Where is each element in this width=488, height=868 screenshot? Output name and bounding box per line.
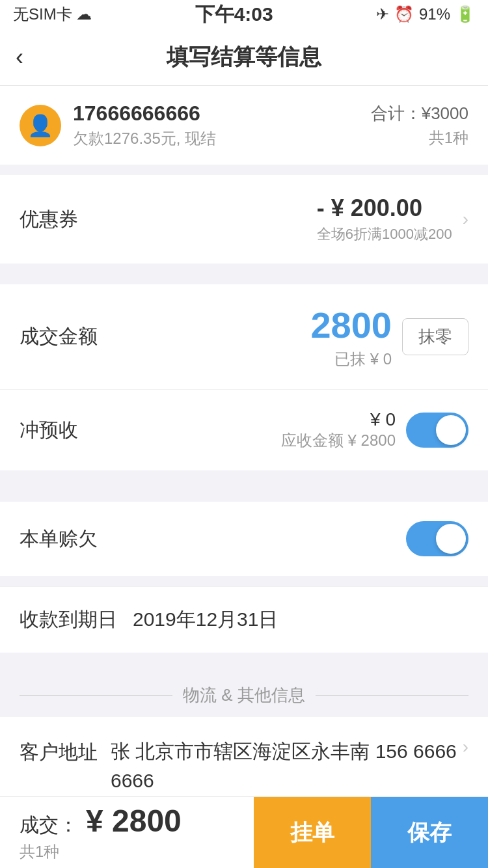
no-sim-label: 无SIM卡 ☁ <box>13 4 92 25</box>
amount-right: 2800 已抹 ¥ 0 抹零 <box>310 304 468 370</box>
customer-info: 17666666666 欠款1276.35元, 现结 <box>73 102 216 149</box>
bottom-summary: 成交： ¥ 2800 共1种 <box>0 803 254 862</box>
debt-toggle[interactable] <box>406 521 468 556</box>
prepay-toggle[interactable] <box>406 413 468 448</box>
bottom-amount-row: 成交： ¥ 2800 <box>20 803 234 839</box>
bottom-summary-label: 成交： <box>20 812 78 839</box>
location-icon: ✈ <box>376 5 389 23</box>
status-right: ✈ ⏰ 91% 🔋 <box>376 5 475 23</box>
prepay-value: ¥ 0 <box>281 409 396 430</box>
section-divider-1 <box>0 274 488 284</box>
debt-label: 本单赊欠 <box>20 526 98 552</box>
prepay-toggle-knob <box>436 415 466 445</box>
nav-bar: ‹ 填写结算等信息 <box>0 29 488 86</box>
prepay-sub: 应收金额 ¥ 2800 <box>281 430 396 451</box>
amount-sub: 已抹 ¥ 0 <box>310 349 392 370</box>
amount-label: 成交金额 <box>20 323 98 350</box>
prepay-row: 冲预收 ¥ 0 应收金额 ¥ 2800 <box>0 389 488 470</box>
status-bar: 无SIM卡 ☁ 下午4:03 ✈ ⏰ 91% 🔋 <box>0 0 488 29</box>
back-button[interactable]: ‹ <box>16 44 23 71</box>
battery-label: 91% <box>419 5 450 23</box>
customer-phone: 17666666666 <box>73 102 216 126</box>
duedate-label: 收款到期日 <box>20 606 117 633</box>
page-title: 填写结算等信息 <box>167 42 321 72</box>
amount-row-container: 成交金额 2800 已抹 ¥ 0 抹零 <box>0 284 488 389</box>
status-time: 下午4:03 <box>195 1 273 28</box>
coupon-label: 优惠券 <box>20 206 78 233</box>
status-left: 无SIM卡 ☁ <box>13 4 92 25</box>
duedate-value: 2019年12月31日 <box>133 606 278 633</box>
address-chevron: › <box>463 737 468 757</box>
coupon-row[interactable]: 优惠券 - ¥ 200.00 全场6折满1000减200 › <box>0 175 488 264</box>
customer-right: 合计：¥3000 共1种 <box>371 102 468 148</box>
main-content: 👤 17666666666 欠款1276.35元, 现结 合计：¥3000 共1… <box>0 86 488 868</box>
address-label: 客户地址 <box>20 737 98 766</box>
debt-toggle-knob <box>436 524 466 554</box>
round-button[interactable]: 抹零 <box>402 318 468 355</box>
customer-sub: 欠款1276.35元, 现结 <box>73 128 216 149</box>
duedate-section: 收款到期日 2019年12月31日 <box>0 586 488 653</box>
bottom-bar: 成交： ¥ 2800 共1种 挂单 保存 <box>0 796 488 868</box>
bottom-amount: ¥ 2800 <box>86 803 182 839</box>
avatar: 👤 <box>20 105 61 146</box>
prepay-right: ¥ 0 应收金额 ¥ 2800 <box>281 409 468 451</box>
coupon-amount: - ¥ 200.00 <box>317 195 452 222</box>
battery-icon: 🔋 <box>455 5 475 23</box>
total-count: 共1种 <box>371 128 468 148</box>
amount-section: 成交金额 2800 已抹 ¥ 0 抹零 冲预收 ¥ 0 应收金额 ¥ 2800 <box>0 284 488 470</box>
debt-row: 本单赊欠 <box>0 502 488 576</box>
coupon-chevron: › <box>463 209 468 230</box>
section-divider-3 <box>0 663 488 673</box>
section-divider-2 <box>0 481 488 491</box>
save-button[interactable]: 保存 <box>371 797 488 869</box>
amount-number: 2800 <box>310 304 392 346</box>
customer-left: 👤 17666666666 欠款1276.35元, 现结 <box>20 102 216 149</box>
address-text: 张 北京市市辖区海淀区永丰南 156 6666 6666 <box>111 737 463 795</box>
customer-row: 👤 17666666666 欠款1276.35元, 现结 合计：¥3000 共1… <box>0 86 488 165</box>
duedate-row: 收款到期日 2019年12月31日 <box>0 586 488 653</box>
total-label: 合计：¥3000 <box>371 102 468 125</box>
hang-button[interactable]: 挂单 <box>254 797 371 869</box>
logistics-header: 物流 & 其他信息 <box>0 673 488 717</box>
coupon-right: - ¥ 200.00 全场6折满1000减200 › <box>317 195 468 244</box>
bottom-count: 共1种 <box>20 841 234 862</box>
coupon-section[interactable]: 优惠券 - ¥ 200.00 全场6折满1000减200 › <box>0 175 488 264</box>
header-line-left <box>20 695 172 696</box>
amount-row: 成交金额 2800 已抹 ¥ 0 抹零 <box>20 304 468 370</box>
logistics-title: 物流 & 其他信息 <box>183 684 305 707</box>
prepay-label: 冲预收 <box>20 417 78 444</box>
alarm-icon: ⏰ <box>394 5 414 23</box>
coupon-desc: 全场6折满1000减200 <box>317 224 452 244</box>
avatar-icon: 👤 <box>27 113 53 138</box>
header-line-right <box>316 695 468 696</box>
